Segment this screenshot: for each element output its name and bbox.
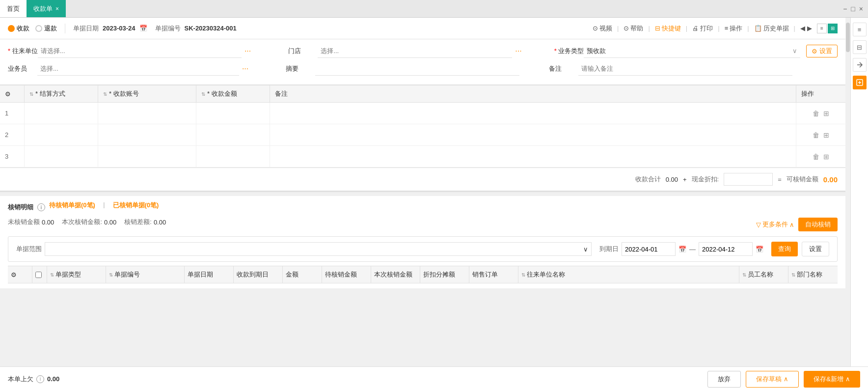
radio-refund[interactable]: 退款 bbox=[35, 24, 57, 33]
row-3-delete-icon[interactable]: 🗑 bbox=[813, 153, 819, 161]
range-select[interactable]: ∨ bbox=[45, 242, 592, 256]
list-view-icon[interactable]: ≡ bbox=[817, 24, 827, 33]
query-button[interactable]: 查询 bbox=[771, 242, 798, 256]
col-amount-label: * 收款金额 bbox=[207, 89, 237, 98]
bottom-value: 0.00 bbox=[47, 375, 59, 383]
radio-receipt[interactable]: 收款 bbox=[8, 24, 29, 33]
col-settings-icon: ⚙ bbox=[5, 90, 11, 98]
video-icon: ⊙ bbox=[593, 25, 598, 32]
save-new-button[interactable]: 保存&新增 ∧ bbox=[804, 371, 860, 388]
row-1-amount[interactable] bbox=[196, 103, 270, 124]
verify-stats: 未核销金额 0.00 本次核销金额: 0.00 核销差额: 0.00 bbox=[8, 218, 166, 226]
th-settings[interactable]: ⚙ bbox=[0, 85, 25, 102]
bth-settings[interactable]: ⚙ bbox=[8, 266, 32, 283]
bottom-actions: 放弃 保存草稿 ∧ 保存&新增 ∧ bbox=[707, 371, 860, 388]
video-button[interactable]: ⊙ 视频 bbox=[593, 24, 612, 33]
calendar-icon[interactable]: 📅 bbox=[139, 25, 147, 32]
bth-amount: 金额 bbox=[283, 266, 322, 283]
panel-icon-2[interactable]: ⊟ bbox=[853, 40, 867, 54]
row-2-delete-icon[interactable]: 🗑 bbox=[813, 131, 819, 139]
bth-current: 本次核销金额 bbox=[371, 266, 420, 283]
tab-home[interactable]: 首页 bbox=[0, 0, 27, 17]
row-1-account[interactable] bbox=[98, 103, 196, 124]
row-2-copy-icon[interactable]: ⊞ bbox=[823, 131, 829, 139]
row-3-copy-icon[interactable]: ⊞ bbox=[823, 153, 829, 161]
counterpart-more-icon[interactable]: ··· bbox=[242, 47, 254, 56]
panel-icon-4[interactable] bbox=[853, 76, 867, 89]
verify-info-icon[interactable]: i bbox=[37, 203, 45, 211]
business-type-field: 业务类型 预收款 ∨ bbox=[554, 44, 800, 58]
panel-icon-3[interactable] bbox=[853, 58, 867, 72]
more-conditions-label: 更多条件 bbox=[762, 220, 788, 229]
row-3-note[interactable] bbox=[270, 146, 796, 167]
row-2-account[interactable] bbox=[98, 124, 196, 145]
minimize-button[interactable]: − bbox=[843, 5, 847, 13]
salesman-field: 业务员 ··· bbox=[8, 62, 251, 76]
th-settlement: ⇅ * 结算方式 bbox=[25, 85, 98, 102]
row-1-delete-icon[interactable]: 🗑 bbox=[813, 110, 819, 117]
row-2-note[interactable] bbox=[270, 124, 796, 145]
summary-input[interactable] bbox=[315, 62, 519, 76]
row-2-settlement[interactable] bbox=[25, 124, 98, 145]
row-3-amount[interactable] bbox=[196, 146, 270, 167]
info-circle-icon[interactable]: i bbox=[36, 375, 44, 383]
current-verify-value: 0.00 bbox=[104, 219, 116, 226]
prev-arrow[interactable]: ◀ bbox=[800, 25, 805, 32]
row-num-2: 2 bbox=[5, 131, 8, 139]
row-1-copy-icon[interactable]: ⊞ bbox=[823, 110, 829, 117]
close-button[interactable]: × bbox=[859, 5, 863, 13]
next-arrow[interactable]: ▶ bbox=[807, 25, 812, 32]
shortcut-button[interactable]: ⊟ 快捷键 bbox=[655, 24, 681, 33]
print-button[interactable]: 🖨 打印 bbox=[692, 24, 713, 33]
shop-field: 门店 ··· bbox=[278, 44, 524, 58]
date-separator: — bbox=[689, 246, 696, 253]
counterpart-input[interactable] bbox=[38, 44, 242, 58]
calendar-to-icon[interactable]: 📅 bbox=[756, 246, 763, 253]
col-amount-label: 金额 bbox=[286, 270, 298, 279]
more-conditions-button[interactable]: ▽ 更多条件 ∧ bbox=[756, 220, 794, 229]
done-tab[interactable]: 已核销单据(0笔) bbox=[113, 201, 159, 210]
filter-icon: ▽ bbox=[756, 221, 761, 228]
row-1-settlement[interactable] bbox=[25, 103, 98, 124]
help-button[interactable]: ⊙ 帮助 bbox=[624, 24, 643, 33]
scroll-thumb[interactable] bbox=[846, 23, 850, 52]
discard-button[interactable]: 放弃 bbox=[707, 371, 741, 388]
date-value: 2023-03-24 bbox=[103, 25, 136, 32]
col-counterpart-label: 往来单位名称 bbox=[527, 270, 565, 279]
date-from-input[interactable] bbox=[622, 242, 676, 256]
date-to-input[interactable] bbox=[699, 242, 753, 256]
scrollbar[interactable] bbox=[845, 18, 850, 366]
history-button[interactable]: 📋 历史单据 bbox=[754, 24, 789, 33]
maximize-button[interactable]: □ bbox=[851, 5, 855, 13]
form-settings-button[interactable]: ⚙ 设置 bbox=[806, 45, 838, 57]
pending-tab[interactable]: 待核销单据(0笔) bbox=[49, 201, 95, 210]
date-label: 单据日期 bbox=[73, 24, 99, 33]
nav-arrows: ◀ ▶ bbox=[800, 25, 812, 32]
row-3-settlement[interactable] bbox=[25, 146, 98, 167]
save-draft-button[interactable]: 保存草稿 ∧ bbox=[746, 371, 799, 388]
salesman-input[interactable] bbox=[37, 62, 239, 76]
business-type-select[interactable]: 预收款 ∨ bbox=[584, 44, 800, 58]
tab-receipt[interactable]: 收款单 × bbox=[27, 0, 66, 17]
bth-check[interactable] bbox=[32, 266, 47, 283]
note-input[interactable] bbox=[578, 62, 792, 76]
row-3-account[interactable] bbox=[98, 146, 196, 167]
tab-receipt-close[interactable]: × bbox=[55, 5, 59, 12]
shop-input[interactable] bbox=[318, 44, 512, 58]
grid-view-icon[interactable]: ⊞ bbox=[828, 24, 838, 33]
auto-verify-button[interactable]: 自动核销 bbox=[798, 218, 838, 231]
panel-icon-1[interactable]: ≡ bbox=[853, 23, 867, 36]
filter-actions: 查询 设置 bbox=[771, 242, 829, 256]
calendar-from-icon[interactable]: 📅 bbox=[678, 246, 686, 253]
history-icon: 📋 bbox=[754, 25, 762, 32]
salesman-more-icon[interactable]: ··· bbox=[239, 64, 251, 73]
verify-title-text: 核销明细 bbox=[8, 203, 33, 212]
operation-button[interactable]: ≡ 操作 bbox=[725, 24, 743, 33]
shop-more-icon[interactable]: ··· bbox=[512, 47, 524, 56]
select-all-checkbox[interactable] bbox=[35, 272, 42, 278]
filter-settings-button[interactable]: 设置 bbox=[802, 242, 829, 256]
row-2-amount[interactable] bbox=[196, 124, 270, 145]
row-1-note[interactable] bbox=[270, 103, 796, 124]
th-note: 备注 bbox=[270, 85, 796, 102]
discount-input[interactable] bbox=[724, 173, 773, 186]
